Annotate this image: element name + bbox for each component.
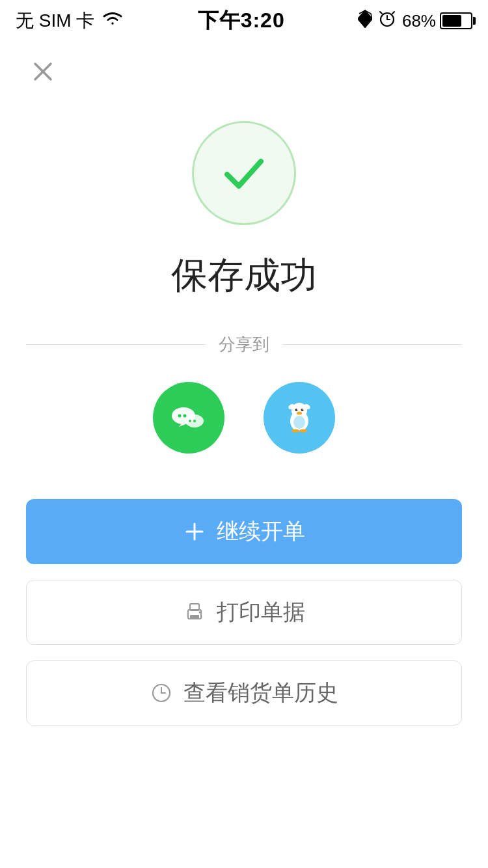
location-icon [358,10,372,33]
share-divider: 分享到 [26,333,462,356]
close-area [0,42,488,88]
alarm-icon [379,10,396,33]
success-icon-container [192,121,296,225]
battery-percentage: 68% [402,11,436,31]
wifi-icon [101,10,124,32]
battery-fill [442,15,461,27]
share-icons-row [153,382,335,454]
svg-point-31 [199,612,201,614]
print-button-label: 打印单据 [217,597,305,627]
qq-icon [278,396,321,439]
continue-button[interactable]: 继续开单 [26,499,462,564]
status-bar: 无 SIM 卡 下午3:20 [0,0,488,42]
wechat-icon [167,396,210,439]
history-button[interactable]: 查看销货单历史 [26,660,462,726]
status-time: 下午3:20 [198,7,285,35]
close-icon [31,60,55,83]
qq-share-button[interactable] [264,382,335,454]
close-button[interactable] [26,55,60,88]
svg-line-4 [380,12,382,14]
svg-point-20 [297,412,302,415]
action-buttons: 继续开单 打印单据 查看销货单 [26,499,462,726]
success-title: 保存成功 [171,251,317,301]
svg-point-23 [299,429,307,433]
status-left: 无 SIM 卡 [16,8,124,33]
svg-point-12 [189,420,191,422]
svg-line-5 [392,12,394,14]
checkmark-icon [218,147,270,199]
svg-point-10 [178,414,182,418]
share-label: 分享到 [219,333,269,356]
battery-icon [440,12,472,29]
svg-point-22 [291,429,299,433]
wechat-share-button[interactable] [153,382,224,454]
svg-rect-30 [190,615,199,619]
battery-indicator: 68% [402,11,472,31]
svg-point-21 [293,416,305,429]
continue-button-label: 继续开单 [217,517,305,547]
svg-point-18 [297,409,298,410]
print-button[interactable]: 打印单据 [26,580,462,645]
carrier-label: 无 SIM 卡 [16,8,94,33]
svg-point-11 [183,414,187,418]
divider-line-right [282,344,462,345]
svg-point-19 [303,409,304,410]
divider-line-left [26,344,206,345]
main-content: 保存成功 分享到 [0,88,488,868]
svg-point-13 [193,420,196,422]
status-right: 68% [358,10,472,33]
clock-icon [150,681,173,705]
plus-icon [183,520,206,543]
print-icon [183,601,206,624]
history-button-label: 查看销货单历史 [183,678,338,708]
